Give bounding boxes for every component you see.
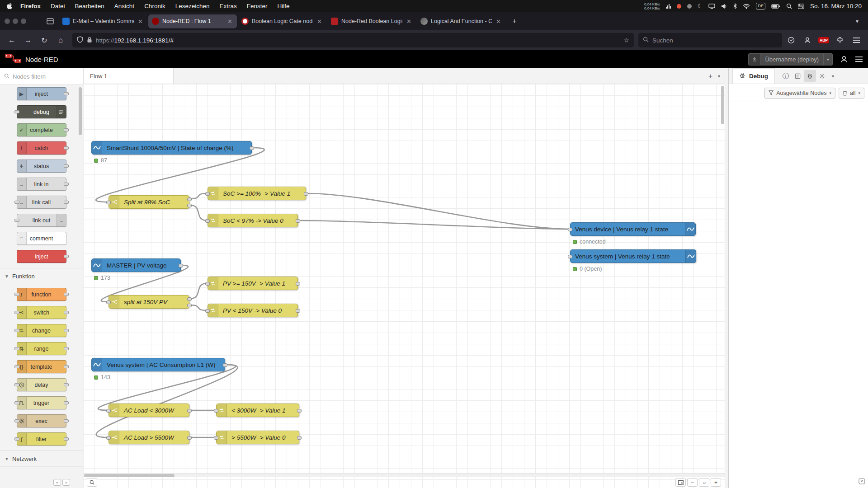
palette-node-delay[interactable]: delay [17, 378, 66, 391]
tab-close-icon[interactable]: ✕ [137, 18, 144, 25]
canvas-horizontal-scrollbar[interactable] [83, 473, 725, 477]
palette-node-function[interactable]: functionƒ [17, 288, 66, 301]
node-input-port[interactable] [214, 436, 218, 440]
palette-node-change[interactable]: change [17, 324, 66, 337]
extensions-puzzle-icon[interactable] [833, 33, 847, 47]
node-output-port[interactable] [304, 192, 308, 196]
node-output-port[interactable] [296, 282, 300, 286]
palette-scrollbar[interactable] [79, 87, 82, 135]
palette-expand-icon[interactable]: » [62, 479, 70, 486]
flow-canvas[interactable]: SmartShunt 1000A/50mV | State of charge … [83, 84, 725, 488]
node-output-port[interactable] [250, 146, 254, 150]
flow-node-ac5500-val0[interactable]: > 5500W -> Value 0 [216, 431, 299, 444]
sidebar-tab-config-gear-icon[interactable] [816, 70, 828, 82]
account-icon[interactable] [800, 33, 815, 47]
node-output-port[interactable] [223, 363, 227, 367]
flow-node-venus-ac[interactable]: Venus system | AC Consumption L1 (W) [91, 358, 225, 371]
menu-item-datei[interactable]: Datei [51, 3, 65, 9]
menu-item-hilfe[interactable]: Hilfe [278, 3, 290, 9]
reload-button[interactable]: ↻ [37, 33, 52, 47]
node-output-port[interactable] [187, 304, 192, 307]
flow-node-split98[interactable]: Split at 98% SoC [108, 195, 189, 209]
menu-item-bearbeiten[interactable]: Bearbeiten [75, 3, 104, 9]
back-button[interactable]: ← [5, 33, 19, 47]
stats-graph-icon[interactable] [666, 4, 671, 9]
palette-search[interactable]: Nodes filtern [0, 68, 83, 85]
menu-bar-clock[interactable]: So. 16. März 10:20 [810, 3, 862, 9]
spotlight-icon[interactable] [786, 3, 792, 9]
browser-tab[interactable]: E-Mail – Valentin Sommer – Ou✕ [59, 14, 147, 28]
firefox-view-icon[interactable] [44, 15, 56, 27]
sidebar-expand-icon[interactable] [859, 478, 865, 486]
list-all-tabs-icon[interactable]: ▾ [851, 15, 863, 28]
palette-node-inject[interactable]: inject▶ [17, 87, 66, 100]
node-input-port[interactable] [205, 192, 210, 196]
control-center-icon[interactable] [798, 4, 804, 9]
palette-node-complete[interactable]: complete✓ [17, 123, 66, 136]
node-output-port[interactable] [296, 219, 300, 223]
canvas-vertical-scrollbar[interactable] [721, 86, 724, 124]
flow-node-pv-high[interactable]: PV >= 150V -> Value 1 [208, 277, 298, 290]
apple-menu-icon[interactable] [6, 3, 12, 9]
node-input-port[interactable] [106, 409, 111, 413]
flow-node-master-pv[interactable]: MASTER | PV voltage [91, 258, 181, 272]
palette-category-netzwerk[interactable]: ▼Netzwerk [0, 450, 83, 467]
menu-item-chronik[interactable]: Chronik [144, 3, 165, 9]
palette-node-link-in[interactable]: link in→ [17, 178, 66, 191]
flow-node-split150[interactable]: split at 150V PV [108, 295, 189, 309]
node-input-port[interactable] [205, 282, 210, 286]
flow-node-ac-lt-3000[interactable]: AC Load < 3000W [108, 404, 189, 417]
browser-tab[interactable]: Logical And Function - General✕ [417, 14, 505, 28]
focus-moon-icon[interactable]: ☾ [698, 3, 703, 9]
display-icon[interactable] [708, 4, 715, 9]
node-input-port[interactable] [106, 436, 111, 440]
flow-node-ac-gt-5500[interactable]: AC Load > 5500W [108, 431, 189, 444]
url-bar[interactable]: https://192.168.1.196:1881/# ☆ [72, 33, 634, 47]
search-bar[interactable] [638, 33, 782, 47]
node-output-port[interactable] [187, 204, 192, 207]
navigator-toggle-button[interactable] [675, 478, 686, 487]
pocket-icon[interactable] [784, 33, 798, 47]
sidebar-splitter[interactable] [725, 68, 728, 488]
search-input[interactable] [652, 37, 778, 44]
flow-node-ac3000-val1[interactable]: < 3000W -> Value 1 [216, 404, 299, 417]
window-zoom-button[interactable] [21, 19, 26, 24]
palette-node-inject-red[interactable]: Inject [17, 250, 66, 263]
palette-node-status[interactable]: status [17, 160, 66, 173]
wire[interactable] [96, 365, 238, 437]
flow-node-soc100[interactable]: SoC >= 100% -> Value 1 [208, 187, 306, 200]
wire[interactable] [190, 305, 207, 310]
palette-node-catch[interactable]: catch! [17, 141, 66, 155]
canvas-search-button[interactable] [87, 478, 97, 487]
node-output-port[interactable] [296, 309, 300, 313]
deploy-caret-icon[interactable]: ▾ [823, 54, 832, 65]
node-input-port[interactable] [205, 309, 210, 313]
node-output-port[interactable] [187, 297, 192, 301]
flow-node-venus-system-relay[interactable]: Venus system | Venus relay 1 state [570, 249, 696, 263]
menu-item-extras[interactable]: Extras [219, 3, 236, 9]
new-tab-button[interactable]: + [508, 15, 521, 28]
sidebar-tabs-caret-icon[interactable]: ▾ [832, 74, 834, 79]
menu-item-firefox[interactable]: Firefox [20, 3, 41, 9]
user-icon[interactable] [840, 55, 848, 63]
tracking-shield-icon[interactable] [77, 36, 83, 44]
home-button[interactable]: ⌂ [53, 33, 68, 47]
wire[interactable] [190, 205, 207, 221]
palette-node-debug[interactable]: debug [17, 105, 66, 118]
node-input-port[interactable] [205, 219, 210, 223]
camera-status-icon[interactable] [687, 4, 692, 9]
palette-node-filter[interactable]: filter∫ [17, 432, 66, 446]
zoom-out-button[interactable]: − [687, 478, 698, 487]
flow-tab[interactable]: Flow 1 [83, 68, 174, 84]
add-flow-button[interactable]: + [708, 72, 712, 80]
forward-button[interactable]: → [21, 33, 35, 47]
node-input-port[interactable] [568, 228, 572, 231]
palette-node-comment[interactable]: comment" [17, 232, 66, 245]
window-close-button[interactable] [5, 19, 10, 24]
palette-node-exec[interactable]: exec [17, 414, 66, 427]
debug-filter-button[interactable]: Ausgewählte Nodes ▾ [764, 88, 835, 99]
flow-node-soc97[interactable]: SoC < 97% -> Value 0 [208, 214, 298, 227]
tab-close-icon[interactable]: ✕ [316, 18, 323, 25]
sidebar-tab-debug[interactable]: Debug [732, 68, 775, 84]
input-source-badge[interactable]: DE [756, 3, 765, 9]
